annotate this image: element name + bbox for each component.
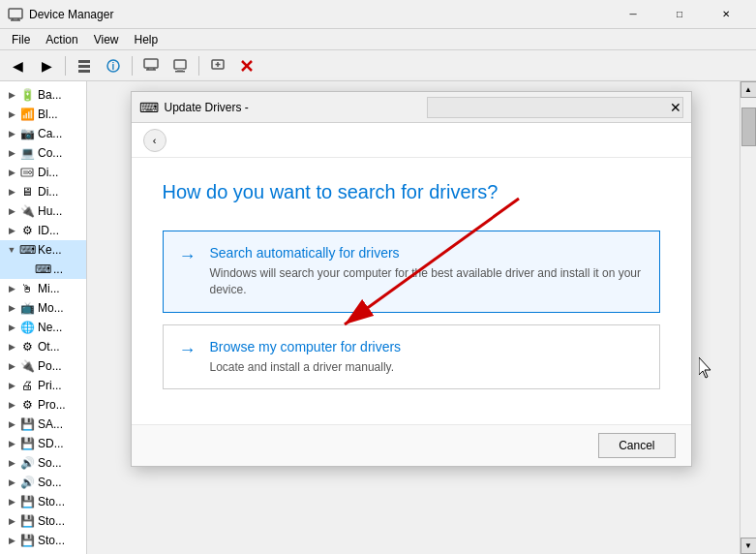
dialog-content: How do you want to search for drivers? →… [132,158,691,424]
tree-item-other[interactable]: ▶ ⚙ Ot... [0,337,86,356]
svg-rect-5 [78,65,90,68]
option-desc-2: Locate and install a driver manually. [210,359,644,376]
cancel-button[interactable]: Cancel [598,433,675,458]
properties-button[interactable]: i [100,53,127,78]
tree-item-display[interactable]: ▶ 🖥 Di... [0,182,86,201]
close-button[interactable]: ✕ [704,0,748,29]
app-icon [8,7,23,22]
expand-icon: ▼ [4,242,19,258]
expand-icon [19,262,35,277]
tree-label: Hu... [38,204,62,218]
monitors-icon: 📺 [19,300,35,316]
storage1-icon: 💾 [19,494,35,509]
proc-icon: ⚙ [19,397,35,413]
dialog-nav: ‹ [132,123,691,158]
tree-item-storage2[interactable]: ▶ 💾 Sto... [0,511,86,531]
tree-item-ports[interactable]: ▶ 🔌 Po... [0,356,86,376]
expand-icon: ▶ [4,126,19,141]
browse-manual-option[interactable]: → Browse my computer for drivers Locate … [163,324,660,390]
tree-item-proc[interactable]: ▶ ⚙ Pro... [0,395,86,415]
minimize-button[interactable]: ─ [611,0,655,29]
expand-icon: ▶ [4,494,19,509]
tree-item-sound1[interactable]: ▶ 🔊 So... [0,453,86,473]
svg-rect-22 [23,170,28,174]
tree-label: Bl... [38,108,58,121]
expand-icon: ▶ [4,416,19,432]
storage3-icon: 💾 [19,533,35,548]
tree-item-bluetooth[interactable]: ▶ 📶 Bl... [0,105,86,124]
tree-item-computer[interactable]: ▶ 💻 Co... [0,143,86,163]
expand-icon: ▶ [4,436,19,451]
tree-item-sa[interactable]: ▶ 💾 SA... [0,415,86,434]
forward-button[interactable]: ▶ [33,53,60,78]
tree-label: ... [53,262,63,276]
tree-item-network[interactable]: ▶ 🌐 Ne... [0,318,86,337]
collapse-button[interactable] [71,53,98,78]
menu-action[interactable]: Action [38,31,85,48]
window-controls: ─ □ ✕ [611,0,748,29]
tree-item-sd[interactable]: ▶ 💾 SD... [0,434,86,453]
back-button[interactable]: ◀ [4,53,31,78]
expand-icon: ▶ [4,320,19,335]
tree-item-cameras[interactable]: ▶ 📷 Ca... [0,124,86,143]
uninstall-button[interactable] [233,53,260,78]
tree-item-sound2[interactable]: ▶ 🔊 So... [0,473,86,492]
tree-item-batteries[interactable]: ▶ 🔋 Ba... [0,85,86,105]
tree-label: So... [38,456,62,470]
scroll-up-button[interactable]: ▲ [741,81,757,98]
devmgr-icon-button[interactable] [137,53,165,78]
menu-help[interactable]: Help [127,31,166,48]
tree-label: Ca... [38,127,62,140]
dialog-footer: Cancel [132,424,691,466]
mice-icon: 🖱 [19,281,35,296]
expand-icon: ▶ [4,358,19,374]
tree-item-ide[interactable]: ▶ ⚙ ID... [0,221,86,240]
scroll-thumb[interactable] [741,108,756,146]
tree-item-monitors[interactable]: ▶ 📺 Mo... [0,298,86,318]
device-tree: ▶ 🔋 Ba... ▶ 📶 Bl... ▶ 📷 Ca... ▶ 💻 Co... … [0,81,87,554]
expand-icon: ▶ [4,145,19,161]
dialog-titlebar: ⌨ Update Drivers - ✕ [132,92,691,123]
tree-item-printers[interactable]: ▶ 🖨 Pri... [0,376,86,395]
expand-icon: ▶ [4,87,19,103]
computer-icon-button[interactable] [166,53,194,78]
sd-icon: 💾 [19,436,35,451]
storage2-icon: 💾 [19,513,35,529]
menu-view[interactable]: View [86,31,127,48]
dialog-question: How do you want to search for drivers? [163,181,660,203]
display-icon: 🖥 [19,184,35,200]
search-auto-option[interactable]: → Search automatically for drivers Windo… [163,231,660,313]
dialog-close-button[interactable]: ✕ [662,94,689,121]
tree-item-diskdrives[interactable]: ▶ Di... [0,163,86,182]
ports-icon: 🔌 [19,358,35,374]
svg-rect-4 [78,60,90,63]
scroll-down-button[interactable]: ▼ [741,538,757,554]
tree-item-keyboards[interactable]: ▼ ⌨ Ke... [0,240,86,260]
dialog-title-text: Update Drivers - [165,101,419,114]
tree-item-storage1[interactable]: ▶ 💾 Sto... [0,492,86,511]
option-title-1: Search automatically for drivers [210,245,644,261]
option-arrow-2: → [179,340,197,360]
dialog-back-button[interactable]: ‹ [143,129,166,152]
tree-label: ID... [38,224,59,237]
add-hardware-button[interactable] [204,53,231,78]
tree-item-hid[interactable]: ▶ 🔌 Hu... [0,201,86,221]
disk-icon [19,165,35,180]
tree-item-keyboard-sub[interactable]: ⌨ ... [0,260,86,279]
expand-icon: ▶ [4,300,19,316]
svg-rect-13 [174,60,186,69]
menu-file[interactable]: File [4,31,38,48]
scroll-track [741,98,757,538]
tree-item-storage3[interactable]: ▶ 💾 Sto... [0,531,86,550]
toolbar: ◀ ▶ i [0,50,756,81]
option-text-2: Browse my computer for drivers Locate an… [210,339,644,376]
tree-label: Mo... [38,301,64,315]
tree-label: Ot... [38,340,60,354]
expand-icon: ▶ [4,533,19,548]
expand-icon: ▶ [4,513,19,529]
tree-item-mice[interactable]: ▶ 🖱 Mi... [0,279,86,298]
svg-rect-0 [9,9,22,18]
network-icon: 🌐 [19,320,35,335]
dialog-address-bar [427,97,683,118]
maximize-button[interactable]: □ [657,0,702,29]
